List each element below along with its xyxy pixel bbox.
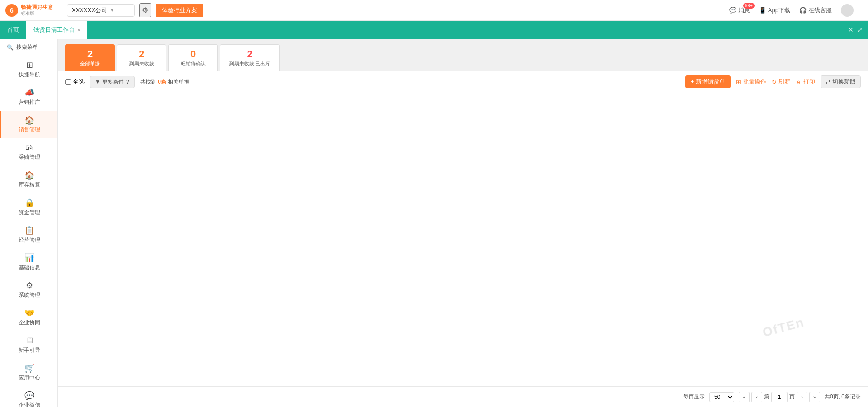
sidebar-item-purchase[interactable]: 🛍 采购管理 [0, 138, 57, 166]
stat-tab-overdue[interactable]: 2 到期未收款 [117, 44, 166, 71]
logo-icon: 6 [5, 4, 18, 17]
stat-label-outstock: 到期未收款 已出库 [229, 61, 270, 67]
table-area [58, 93, 868, 386]
nav-expand-area: ✕ ⤢ [843, 26, 868, 33]
refresh-label: 刷新 [778, 78, 790, 86]
sales-icon: 🏠 [24, 116, 34, 124]
found-prefix: 共找到 [140, 79, 156, 85]
app-download-icon: 📱 [759, 7, 766, 14]
close-window-icon[interactable]: ✕ [848, 26, 854, 33]
sidebar-item-basic[interactable]: 📊 基础信息 [0, 248, 57, 276]
first-page-button[interactable]: « [739, 392, 750, 402]
sidebar-search[interactable]: 🔍 搜索菜单 [0, 39, 57, 56]
print-label: 打印 [803, 78, 815, 86]
app-download-btn[interactable]: 📱 App下载 [759, 6, 790, 14]
sidebar-label-sales: 销售管理 [19, 126, 40, 134]
sidebar-item-inventory[interactable]: 🏠 库存核算 [0, 166, 57, 193]
print-button[interactable]: 🖨 打印 [796, 78, 815, 86]
sidebar-label-cooperation: 企业协同 [19, 319, 40, 327]
sidebar-label-inventory: 库存核算 [19, 181, 40, 189]
toolbar-right: + 新增销货单 ⊞ 批量操作 ↻ 刷新 🖨 打印 ⇄ 切换新版 [685, 75, 861, 88]
sidebar-item-guide[interactable]: 🖥 新手引导 [0, 331, 57, 359]
guide-icon: 🖥 [25, 337, 33, 345]
user-avatar[interactable] [841, 4, 854, 17]
logo-main-text: 畅捷通好生意 [21, 4, 53, 10]
found-text: 共找到 0条 相关单据 [140, 78, 189, 86]
filter-icon: ▼ [95, 79, 100, 85]
refresh-icon: ↻ [772, 79, 777, 85]
stat-num-overdue: 2 [139, 49, 144, 59]
content-area: 2 全部单据 2 到期未收款 0 旺铺待确认 2 到期未收款 已出库 全选 [58, 39, 868, 407]
company-selector[interactable]: XXXXXX公司 ▼ [67, 4, 135, 17]
top-header: 6 畅捷通好生意 标准版 XXXXXX公司 ▼ ⚙ 体验行业方案 💬 消息 99… [0, 0, 868, 21]
per-page-select[interactable]: 50 100 200 [709, 392, 734, 402]
stat-label-all: 全部单据 [80, 61, 100, 67]
stat-label-overdue: 到期未收款 [129, 61, 154, 67]
print-icon: 🖨 [796, 79, 802, 85]
message-badge: 99+ [743, 3, 755, 9]
main-layout: 🔍 搜索菜单 ⊞ 快捷导航 📣 营销推广 🏠 销售管理 🛍 采购管理 🏠 库存核… [0, 39, 868, 407]
sidebar-item-appstore[interactable]: 🛒 应用中心 [0, 359, 57, 386]
toolbar: 全选 ▼ 更多条件 ∨ 共找到 0条 相关单据 + 新增销货单 ⊞ 批量操作 ↻ [58, 71, 868, 93]
header-right: 💬 消息 99+ 📱 App下载 🎧 在线客服 [729, 4, 863, 17]
finance-icon: 🔒 [24, 199, 34, 207]
home-tab-label: 首页 [7, 26, 19, 34]
settings-icon-btn[interactable]: ⚙ [139, 3, 151, 17]
sidebar-label-purchase: 采购管理 [19, 154, 40, 161]
sidebar-item-sales[interactable]: 🏠 销售管理 [0, 111, 57, 138]
sidebar-item-cooperation[interactable]: 🤝 企业协同 [0, 304, 57, 331]
switch-new-version-button[interactable]: ⇄ 切换新版 [821, 75, 861, 88]
sidebar-label-operation: 经营管理 [19, 236, 40, 244]
search-icon: 🔍 [7, 44, 14, 51]
sidebar-item-system[interactable]: ⚙ 系统管理 [0, 276, 57, 304]
filter-button[interactable]: ▼ 更多条件 ∨ [90, 76, 135, 88]
pagination-nav: « ‹ 第 页 › » [739, 392, 820, 402]
sidebar-label-appstore: 应用中心 [19, 374, 40, 382]
message-icon: 💬 [729, 7, 736, 14]
page-total: 共0页, 0条记录 [825, 393, 861, 401]
last-page-button[interactable]: » [809, 392, 820, 402]
sidebar-item-finance[interactable]: 🔒 资金管理 [0, 193, 57, 221]
stat-tab-outstock[interactable]: 2 到期未收款 已出库 [220, 44, 280, 71]
message-btn[interactable]: 💬 消息 99+ [729, 6, 750, 14]
next-page-button[interactable]: › [797, 392, 807, 402]
filter-chevron-icon: ∨ [126, 79, 130, 85]
online-service-label: 在线客服 [808, 6, 832, 14]
page-number-input[interactable] [771, 392, 788, 402]
per-page-label: 每页显示 [683, 393, 705, 401]
stat-num-pending: 0 [190, 49, 196, 59]
tab-home[interactable]: 首页 [0, 21, 26, 39]
app-download-label: App下载 [768, 6, 790, 14]
sidebar-item-marketing[interactable]: 📣 营销推广 [0, 83, 57, 111]
sidebar-label-basic: 基础信息 [19, 264, 40, 271]
checkbox-input[interactable] [65, 79, 71, 85]
stat-tab-all[interactable]: 2 全部单据 [65, 44, 115, 71]
sidebar-item-operation[interactable]: 📋 经营管理 [0, 221, 57, 248]
expand-window-icon[interactable]: ⤢ [857, 26, 863, 33]
stat-label-pending: 旺铺待确认 [181, 61, 206, 67]
operation-icon: 📋 [24, 226, 34, 234]
inventory-icon: 🏠 [24, 171, 34, 179]
found-suffix: 相关单据 [168, 79, 189, 85]
work-bench-tab-label: 钱货日清工作台 [33, 26, 75, 34]
sidebar-item-wechat[interactable]: 💬 企业微信 [0, 386, 57, 407]
trial-button[interactable]: 体验行业方案 [156, 4, 203, 17]
online-service-btn[interactable]: 🎧 在线客服 [799, 6, 832, 14]
appstore-icon: 🛒 [24, 364, 34, 372]
batch-operation-button[interactable]: ⊞ 批量操作 [736, 78, 766, 86]
stat-tab-pending[interactable]: 0 旺铺待确认 [168, 44, 218, 71]
add-sales-order-button[interactable]: + 新增销货单 [685, 75, 731, 88]
quick-nav-icon: ⊞ [26, 61, 33, 69]
switch-icon: ⇄ [826, 79, 830, 85]
sidebar-label-marketing: 营销推广 [19, 98, 40, 106]
prev-page-button[interactable]: ‹ [751, 392, 762, 402]
select-all-checkbox[interactable]: 全选 [65, 78, 85, 86]
found-count: 0条 [158, 79, 166, 85]
sidebar-label-quick-nav: 快捷导航 [19, 71, 40, 79]
company-name: XXXXXX公司 [72, 6, 107, 14]
refresh-button[interactable]: ↻ 刷新 [772, 78, 790, 86]
tab-close-icon[interactable]: × [77, 27, 80, 33]
batch-label: 批量操作 [743, 78, 766, 86]
sidebar-item-quick-nav[interactable]: ⊞ 快捷导航 [0, 56, 57, 83]
tab-work-bench[interactable]: 钱货日清工作台 × [26, 21, 87, 39]
